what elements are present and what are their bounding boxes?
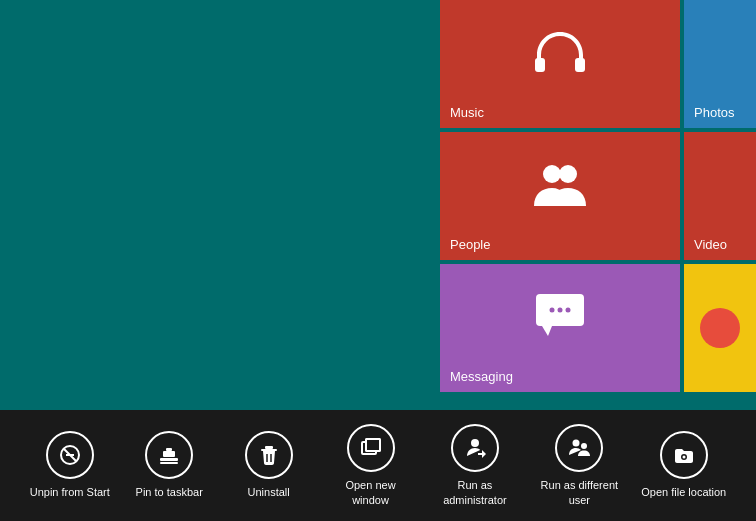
tile-people[interactable]: People <box>440 132 680 260</box>
toolbar-item-open-new-window[interactable]: Open new window <box>328 424 413 507</box>
pin-taskbar-label: Pin to taskbar <box>136 485 203 499</box>
run-different-user-label: Run as different user <box>537 478 622 507</box>
svg-rect-14 <box>163 451 175 457</box>
svg-marker-5 <box>542 326 552 336</box>
svg-point-2 <box>543 165 561 183</box>
svg-point-28 <box>682 456 685 459</box>
svg-marker-24 <box>478 450 486 458</box>
tile-photos-label: Photos <box>694 105 734 120</box>
tile-yellow[interactable] <box>684 264 756 392</box>
svg-point-3 <box>559 165 577 183</box>
unpin-icon-circle <box>46 431 94 479</box>
svg-rect-1 <box>575 58 585 72</box>
uninstall-label: Uninstall <box>248 485 290 499</box>
svg-point-26 <box>581 443 587 449</box>
open-file-location-icon-circle <box>660 431 708 479</box>
svg-rect-0 <box>535 58 545 72</box>
run-different-user-icon-circle <box>555 424 603 472</box>
tile-column-right: Photos Video <box>684 0 756 392</box>
toolbar-item-unpin[interactable]: Unpin from Start <box>30 431 110 499</box>
pin-taskbar-icon-circle <box>145 431 193 479</box>
svg-rect-13 <box>160 462 178 464</box>
svg-point-23 <box>471 439 479 447</box>
svg-rect-15 <box>166 448 172 451</box>
unpin-label: Unpin from Start <box>30 485 110 499</box>
uninstall-icon-circle <box>245 431 293 479</box>
tiles-container: Music People <box>440 0 756 392</box>
tile-messaging-label: Messaging <box>450 369 513 384</box>
svg-point-7 <box>558 308 563 313</box>
svg-point-8 <box>566 308 571 313</box>
red-circle-icon <box>700 308 740 348</box>
open-file-location-label: Open file location <box>641 485 726 499</box>
tile-music[interactable]: Music <box>440 0 680 128</box>
svg-rect-21 <box>366 439 380 451</box>
tile-column-left: Music People <box>440 0 680 392</box>
svg-rect-12 <box>160 458 178 461</box>
svg-point-25 <box>573 440 580 447</box>
svg-rect-17 <box>261 449 277 451</box>
messaging-icon <box>534 292 586 338</box>
tile-photos[interactable]: Photos <box>684 0 756 128</box>
toolbar-item-pin-taskbar[interactable]: Pin to taskbar <box>129 431 209 499</box>
open-new-window-icon-circle <box>347 424 395 472</box>
people-icon <box>530 160 590 210</box>
open-new-window-label: Open new window <box>328 478 413 507</box>
svg-point-6 <box>550 308 555 313</box>
toolbar-item-open-file-location[interactable]: Open file location <box>641 431 726 499</box>
headphones-icon <box>534 30 586 76</box>
tile-video-label: Video <box>694 237 727 252</box>
toolbar-item-uninstall[interactable]: Uninstall <box>229 431 309 499</box>
svg-rect-16 <box>265 446 273 449</box>
run-admin-label: Run as administrator <box>432 478 517 507</box>
toolbar-item-run-admin[interactable]: Run as administrator <box>432 424 517 507</box>
tile-messaging[interactable]: Messaging <box>440 264 680 392</box>
toolbar-item-run-different-user[interactable]: Run as different user <box>537 424 622 507</box>
toolbar: Unpin from Start Pin to taskbar Uninstal… <box>0 410 756 521</box>
tile-people-label: People <box>450 237 490 252</box>
tile-music-label: Music <box>450 105 484 120</box>
tile-video[interactable]: Video <box>684 132 756 260</box>
main-area: Music People <box>0 0 756 410</box>
run-admin-icon-circle <box>451 424 499 472</box>
